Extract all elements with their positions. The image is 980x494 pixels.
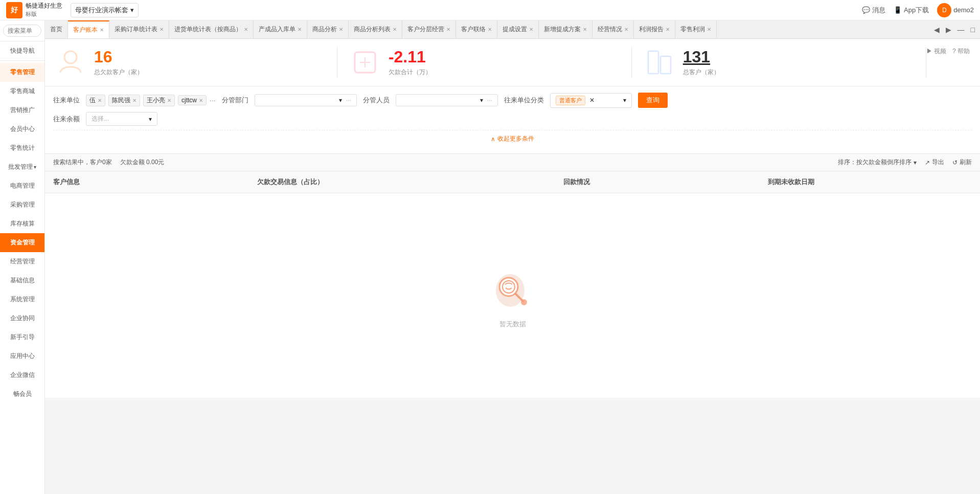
- tab-production-stock[interactable]: 产成品入库单 ✕: [254, 20, 307, 38]
- sidebar-item-system[interactable]: 系统管理: [0, 290, 44, 309]
- message-action[interactable]: 💬 消息: [862, 6, 885, 15]
- tab-close-icon[interactable]: ✕: [666, 27, 670, 32]
- sidebar-item-marketing[interactable]: 营销推广: [0, 101, 44, 120]
- col-debt-info: 欠款交易信息（占比）: [257, 177, 563, 187]
- help-action[interactable]: ? 帮助: [952, 47, 970, 56]
- tab-purchase-order-stats[interactable]: 采购订单统计表 ✕: [109, 20, 169, 38]
- sidebar-menu: 零售管理 零售商城 营销推广 会员中心 零售统计 批发管理 ▾ 电商管理 采购管…: [0, 61, 44, 494]
- balance-dropdown-icon: ▾: [149, 116, 152, 123]
- sidebar-item-membership[interactable]: 会员中心: [0, 120, 44, 139]
- tab-close-icon[interactable]: ✕: [529, 27, 533, 32]
- empty-state-icon: [487, 262, 538, 313]
- col-due-date: 到期未收款日期: [768, 177, 972, 187]
- tab-close-icon[interactable]: ✕: [488, 27, 492, 32]
- person-dropdown-icon: ▾: [480, 97, 483, 104]
- sidebar-item-basic-info[interactable]: 基础信息: [0, 271, 44, 290]
- tag-close-icon[interactable]: ✕: [167, 98, 171, 103]
- tab-customer-segment[interactable]: 客户分层经营 ✕: [402, 20, 456, 38]
- app-download-action[interactable]: 📱 App下载: [894, 6, 929, 15]
- collapse-label: 收起更多条件: [497, 134, 534, 143]
- user-avatar: D: [937, 3, 951, 17]
- tab-close-icon[interactable]: ✕: [298, 27, 302, 32]
- tab-close-icon[interactable]: ✕: [583, 27, 587, 32]
- balance-select[interactable]: 选择... ▾: [86, 112, 157, 126]
- tag-close-icon[interactable]: ✕: [199, 98, 203, 103]
- tab-close-icon[interactable]: ✕: [707, 27, 711, 32]
- more-tags-icon[interactable]: ···: [210, 96, 216, 104]
- tab-new-promo[interactable]: 新增提成方案 ✕: [539, 20, 592, 38]
- stat-value-debt: -2.11: [389, 49, 431, 65]
- table-header: 客户信息 欠款交易信息（占比） 回款情况 到期未收款日期: [45, 171, 980, 193]
- person-select[interactable]: ▾ ···: [396, 94, 498, 106]
- video-action[interactable]: ▶ 视频: [926, 47, 946, 56]
- sidebar-item-wholesale[interactable]: 批发管理 ▾: [0, 158, 44, 176]
- tab-minimize-btn[interactable]: —: [955, 25, 967, 35]
- tab-prev-btn[interactable]: ◀: [932, 25, 942, 35]
- sidebar-item-label: 企业微信: [10, 371, 35, 379]
- tab-customer-contact[interactable]: 客户联络 ✕: [456, 20, 497, 38]
- toolbar-right: 排序：按欠款金额倒序排序 ▾ ↗ 导出 ↺ 刷新: [838, 158, 972, 167]
- refresh-action[interactable]: ↺ 刷新: [952, 158, 972, 167]
- sidebar-item-ecommerce[interactable]: 电商管理: [0, 176, 44, 195]
- tab-product-analysis-list[interactable]: 商品分析列表 ✕: [349, 20, 402, 38]
- app-icon: 📱: [894, 6, 902, 14]
- sidebar-item-vip[interactable]: 畅会员: [0, 385, 44, 403]
- message-label: 消息: [872, 6, 885, 15]
- tab-retail-profit[interactable]: 零售利润 ✕: [675, 20, 717, 38]
- sidebar-item-app-center[interactable]: 应用中心: [0, 347, 44, 366]
- tab-close-icon[interactable]: ✕: [393, 27, 397, 32]
- sidebar-item-inventory[interactable]: 库存核算: [0, 214, 44, 233]
- tab-next-btn[interactable]: ▶: [944, 25, 953, 35]
- svg-point-0: [64, 51, 77, 63]
- query-button[interactable]: 查询: [638, 93, 668, 108]
- sort-selector[interactable]: 排序：按欠款金额倒序排序 ▾: [838, 158, 917, 167]
- tab-close-icon[interactable]: ✕: [244, 27, 248, 32]
- tab-home[interactable]: 首页: [45, 20, 68, 38]
- tab-purchase-stats-product[interactable]: 进货单统计表（按商品） ✕: [169, 20, 254, 38]
- sort-label: 排序：按欠款金额倒序排序: [838, 158, 911, 167]
- sidebar-item-purchase[interactable]: 采购管理: [0, 195, 44, 214]
- tab-product-analysis[interactable]: 商品分析 ✕: [307, 20, 349, 38]
- user-profile[interactable]: D demo2: [937, 3, 974, 17]
- stat-icon-total: [644, 47, 675, 78]
- sidebar-item-finance[interactable]: 资金管理: [0, 233, 44, 252]
- search-input[interactable]: [3, 25, 41, 37]
- collapse-button[interactable]: ∧ 收起更多条件: [485, 132, 540, 145]
- tab-profit-report[interactable]: 利润报告 ✕: [634, 20, 675, 38]
- filters-area: 往来单位 伍 ✕ 陈民强 ✕ 王小亮 ✕ cjttcw ✕ ···: [45, 86, 980, 154]
- stat-label-customers: 总欠款客户（家）: [94, 68, 143, 77]
- tag-close-icon[interactable]: ✕: [98, 98, 102, 103]
- org-dropdown-icon: ▾: [130, 6, 134, 14]
- sidebar-item-retail-management[interactable]: 零售管理: [0, 63, 44, 82]
- tab-label: 经营情况: [598, 25, 622, 34]
- sidebar-item-enterprise-wechat[interactable]: 企业微信: [0, 366, 44, 385]
- tab-promo-settings[interactable]: 提成设置 ✕: [497, 20, 539, 38]
- sidebar-item-enterprise-collab[interactable]: 企业协同: [0, 309, 44, 328]
- org-selector[interactable]: 母婴行业演示帐套 ▾: [71, 3, 139, 17]
- tab-label: 提成设置: [503, 25, 527, 34]
- category-select[interactable]: 普通客户 ✕ ▾: [550, 93, 632, 108]
- tab-close-icon[interactable]: ✕: [100, 27, 104, 33]
- category-tag-close[interactable]: ✕: [589, 97, 595, 104]
- tab-customer-account[interactable]: 客户账本 ✕: [68, 20, 109, 38]
- tab-close-icon[interactable]: ✕: [624, 27, 628, 32]
- tag-close-icon[interactable]: ✕: [132, 98, 136, 103]
- tab-close-icon[interactable]: ✕: [339, 27, 343, 32]
- export-action[interactable]: ↗ 导出: [925, 158, 944, 167]
- sidebar-item-retail-stats[interactable]: 零售统计: [0, 139, 44, 158]
- logo-area: 好 畅捷通好生意 标版: [6, 2, 62, 18]
- stat-info-customers: 16 总欠款客户（家）: [94, 49, 143, 77]
- tab-close-icon[interactable]: ✕: [159, 27, 164, 32]
- company-tag-1: 伍 ✕: [86, 95, 105, 106]
- sidebar-item-new-user-guide[interactable]: 新手引导: [0, 328, 44, 347]
- stat-icon-debt: [350, 47, 380, 78]
- tab-business-status[interactable]: 经营情况 ✕: [592, 20, 634, 38]
- tab-close-icon[interactable]: ✕: [446, 27, 450, 32]
- sidebar-item-retail-mall[interactable]: 零售商城: [0, 82, 44, 101]
- dept-select[interactable]: ▾ ···: [255, 94, 357, 106]
- tab-label: 零售利润: [680, 25, 705, 34]
- tab-maximize-btn[interactable]: □: [969, 25, 977, 35]
- sidebar-quick-nav-item[interactable]: 快捷导航: [2, 43, 43, 58]
- sidebar-item-operations[interactable]: 经营管理: [0, 252, 44, 271]
- stat-info-total: 131 总客户（家）: [683, 49, 720, 77]
